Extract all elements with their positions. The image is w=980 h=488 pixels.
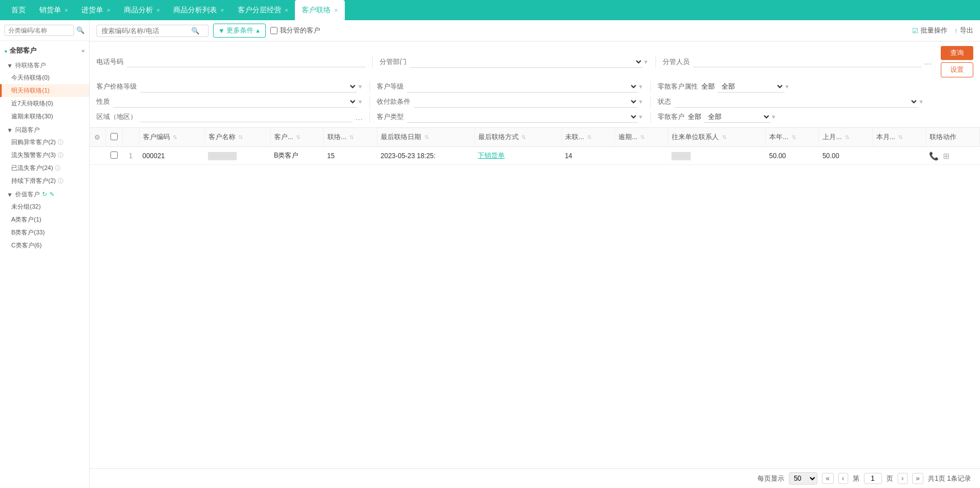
row-code: 000021	[139, 147, 205, 165]
page-input[interactable]	[864, 473, 882, 484]
sidebar-search-icon[interactable]: 🔍	[76, 26, 85, 34]
value-arrow-icon: ▼	[7, 191, 13, 198]
row-select-checkbox[interactable]	[110, 151, 118, 159]
grid-action-icon[interactable]: ⊞	[943, 151, 950, 160]
manager-dots-icon[interactable]: …	[924, 57, 932, 66]
last-month-sort-icon[interactable]: ⇅	[845, 134, 849, 140]
contact-sort-icon[interactable]: ⇅	[349, 134, 354, 140]
value-refresh-icon[interactable]: ↻	[42, 191, 47, 198]
per-page-select[interactable]: 50 20 100	[789, 472, 817, 485]
customer-type-chevron-icon: ▼	[638, 114, 644, 120]
customer-level-label: 客户等级	[377, 82, 404, 91]
value-edit-icon[interactable]: ✎	[49, 191, 54, 198]
nav-purchase-order[interactable]: 进货单 ×	[75, 0, 117, 20]
customer-type-select[interactable]	[407, 111, 637, 123]
sidebar-item-churned[interactable]: 已流失客户(24) ⓘ	[0, 162, 89, 174]
settings-button[interactable]: 设置	[941, 62, 973, 77]
close-product-analysis-list-icon[interactable]: ×	[220, 7, 224, 13]
sidebar-section-pending[interactable]: ▼ 待联络客户	[0, 58, 89, 71]
filter-region: 区域（地区） …	[96, 112, 363, 122]
manager-input[interactable]	[693, 57, 922, 67]
phone-action-icon[interactable]: 📞	[929, 151, 939, 160]
close-product-analysis-icon[interactable]: ×	[156, 7, 160, 13]
sidebar-section-value[interactable]: ▼ 价值客户 ↻ ✎	[0, 187, 89, 200]
col-last-contact-date: 最后联络日期 ⇅	[377, 128, 475, 147]
region-dots-icon[interactable]: …	[355, 113, 363, 122]
uncontacted-sort-icon[interactable]: ⇅	[587, 134, 591, 140]
region-label: 区域（地区）	[96, 112, 137, 122]
row-unit-contact: ████	[668, 147, 766, 165]
sidebar-item-declining[interactable]: 持续下滑客户(2) ⓘ	[0, 174, 89, 187]
sidebar-item-all-customers[interactable]: ▪ 全部客户 «	[0, 43, 89, 58]
last-contact-way-link[interactable]: 下销货单	[478, 151, 505, 159]
sidebar-item-overdue-contact[interactable]: 逾期未联络(30)	[0, 110, 89, 123]
sidebar-item-today-contact[interactable]: 今天待联络(0)	[0, 71, 89, 84]
retail-customer-chevron-icon: ▼	[771, 114, 776, 120]
my-customer-checkbox-label[interactable]: 我分管的客户	[270, 26, 320, 35]
sidebar-item-type-a[interactable]: A类客户(1)	[0, 213, 89, 226]
filter-nature: 性质 ▼	[96, 96, 363, 108]
more-filter-button[interactable]: ▼ 更多条件 ▲	[213, 24, 266, 38]
nav-sales-order[interactable]: 销货单 ×	[33, 0, 75, 20]
type-sort-icon[interactable]: ⇅	[296, 134, 301, 140]
last-contact-way-sort-icon[interactable]: ⇅	[521, 134, 526, 140]
my-customer-label: 我分管的客户	[280, 26, 320, 35]
customer-level-select[interactable]	[407, 81, 637, 93]
status-select[interactable]	[674, 96, 918, 108]
main-search-icon[interactable]: 🔍	[191, 27, 200, 35]
export-button[interactable]: ↑ 导出	[954, 26, 973, 35]
sidebar-item-type-c[interactable]: C类客户(6)	[0, 239, 89, 252]
collapse-all-icon[interactable]: «	[81, 48, 85, 54]
main-search-input[interactable]	[101, 27, 191, 35]
batch-op-label: 批量操作	[921, 26, 947, 35]
sidebar-item-type-b[interactable]: B类客户(33)	[0, 226, 89, 239]
col-this-year: 本年... ⇅	[766, 128, 819, 147]
nav-home[interactable]: 首页	[4, 0, 33, 20]
this-month-sort-icon[interactable]: ⇅	[898, 134, 903, 140]
retail-attr-select[interactable]: 全部	[717, 81, 784, 93]
close-purchase-order-icon[interactable]: ×	[107, 7, 110, 13]
prev-page-button[interactable]: ‹	[838, 473, 848, 484]
sidebar-item-tomorrow-contact[interactable]: 明天待联络(1)	[0, 84, 89, 97]
unit-contact-sort-icon[interactable]: ⇅	[722, 134, 727, 140]
price-level-select[interactable]	[140, 81, 357, 93]
last-contact-date-sort-icon[interactable]: ⇅	[424, 134, 429, 140]
first-page-button[interactable]: «	[822, 473, 834, 484]
sidebar-item-ungrouped[interactable]: 未分组(32)	[0, 200, 89, 213]
sidebar-section-problem[interactable]: ▼ 问题客户	[0, 123, 89, 136]
sidebar-search-input[interactable]	[4, 25, 74, 36]
next-page-button[interactable]: ›	[898, 473, 908, 484]
last-page-button[interactable]: »	[912, 473, 924, 484]
filter-phone: 电话号码	[96, 57, 366, 67]
payment-select[interactable]	[414, 96, 637, 108]
value-section-label: 价值客户	[15, 190, 40, 199]
sidebar-tree: ▪ 全部客户 « ▼ 待联络客户 今天待联络(0) 明天待联络(1) 近7天待联…	[0, 41, 89, 488]
nav-customer-contact[interactable]: 客户联络 ×	[295, 0, 344, 20]
close-customer-contact-icon[interactable]: ×	[334, 7, 338, 13]
close-customer-tier-icon[interactable]: ×	[285, 7, 288, 13]
row-contact: 15	[324, 147, 377, 165]
nav-product-analysis[interactable]: 商品分析 ×	[117, 0, 167, 20]
sidebar-item-repurchase-abnormal[interactable]: 回购异常客户(2) ⓘ	[0, 136, 89, 149]
sidebar-item-churn-warning[interactable]: 流失预警客户(3) ⓘ	[0, 149, 89, 162]
name-sort-icon[interactable]: ⇅	[238, 134, 243, 140]
chevron-up-icon: ▲	[255, 27, 261, 34]
region-input[interactable]	[140, 112, 353, 122]
overdue-sort-icon[interactable]: ⇅	[640, 134, 645, 140]
code-sort-icon[interactable]: ⇅	[173, 134, 177, 140]
query-button[interactable]: 查询	[941, 46, 973, 60]
this-year-sort-icon[interactable]: ⇅	[792, 134, 796, 140]
batch-operation-button[interactable]: ☑ 批量操作	[912, 26, 947, 35]
select-all-checkbox[interactable]	[110, 133, 118, 140]
col-settings[interactable]: ⚙	[90, 128, 105, 147]
nav-product-analysis-list[interactable]: 商品分析列表 ×	[167, 0, 230, 20]
sidebar-item-7days-contact[interactable]: 近7天待联络(0)	[0, 97, 89, 110]
dept-select[interactable]	[410, 56, 643, 68]
close-sales-order-icon[interactable]: ×	[64, 7, 68, 13]
price-level-label: 客户价格等级	[96, 82, 137, 91]
nature-select[interactable]	[113, 96, 357, 108]
retail-customer-select[interactable]: 全部	[704, 111, 771, 123]
nav-customer-tier[interactable]: 客户分层经营 ×	[231, 0, 295, 20]
phone-input[interactable]	[127, 57, 366, 67]
my-customer-checkbox[interactable]	[270, 27, 278, 34]
